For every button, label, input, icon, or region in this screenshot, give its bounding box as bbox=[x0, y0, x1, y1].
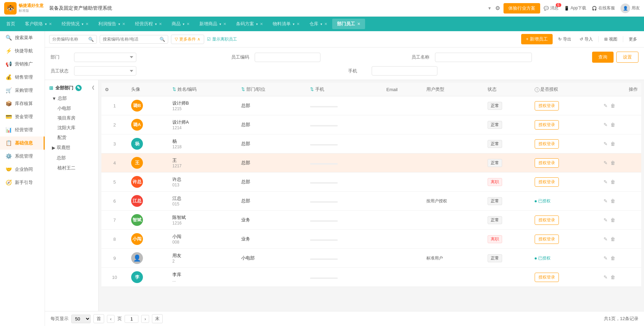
sidebar-item-marketing[interactable]: 📢 营销推广 bbox=[0, 58, 45, 71]
delete-icon[interactable]: 🗑 bbox=[610, 141, 615, 147]
edit-icon[interactable]: ✎ bbox=[604, 236, 608, 242]
edit-icon[interactable]: ✎ bbox=[604, 198, 608, 204]
close-icon[interactable]: ✕ bbox=[260, 22, 263, 26]
show-left-btn[interactable]: ☑ 显示离职员工 bbox=[207, 36, 237, 42]
filter-empcode-input[interactable] bbox=[255, 53, 320, 62]
tab-operation[interactable]: 经营情况▾✕ bbox=[57, 19, 93, 29]
sidebar-item-cooperation[interactable]: 🤝 企业协同 bbox=[0, 163, 45, 176]
tab-bom[interactable]: 物料清单▾✕ bbox=[268, 19, 305, 29]
app-download-btn[interactable]: 📱 App下载 bbox=[564, 5, 586, 11]
delete-icon[interactable]: 🗑 bbox=[610, 122, 615, 127]
tab-customer[interactable]: 客户联络▾✕ bbox=[20, 19, 57, 29]
auth-login-btn[interactable]: 授权登录 bbox=[535, 158, 559, 168]
tab-history[interactable]: 经营历程▾✕ bbox=[130, 19, 167, 29]
dept-item-zhicun[interactable]: 植村王二 bbox=[48, 163, 98, 173]
info-icon[interactable]: i bbox=[535, 87, 539, 92]
delete-icon[interactable]: 🗑 bbox=[610, 217, 615, 223]
dept-edit-icon[interactable]: ✎ bbox=[75, 85, 82, 91]
export-btn[interactable]: ↻ 导出 bbox=[555, 35, 574, 44]
edit-icon[interactable]: ✎ bbox=[604, 179, 608, 185]
tab-new-goods[interactable]: 新增商品▾✕ bbox=[194, 19, 231, 29]
col-phone[interactable]: ⇅ 手机 bbox=[307, 83, 383, 96]
category-search-icon[interactable]: 🔍 bbox=[88, 37, 94, 42]
try-btn[interactable]: 体验行业方案 bbox=[504, 3, 540, 14]
col-settings[interactable]: ⚙ bbox=[101, 83, 128, 96]
edit-icon[interactable]: ✎ bbox=[604, 160, 608, 166]
delete-icon[interactable]: 🗑 bbox=[610, 255, 615, 261]
collapse-tree-icon[interactable]: 《 bbox=[90, 85, 94, 91]
close-icon[interactable]: ✕ bbox=[357, 22, 360, 26]
tab-dept-employee[interactable]: 部门员工✕ bbox=[332, 19, 365, 29]
auth-login-btn[interactable]: 授权登录 bbox=[535, 101, 559, 111]
sidebar-item-quick-nav[interactable]: ⚡ 快捷导航 bbox=[0, 44, 45, 58]
main-search-icon[interactable]: 🔍 bbox=[160, 37, 165, 42]
auth-login-btn[interactable]: 授权登录 bbox=[535, 120, 559, 130]
close-icon[interactable]: ✕ bbox=[122, 22, 125, 26]
user-btn[interactable]: 👤 用友 bbox=[620, 3, 640, 13]
auth-login-btn[interactable]: 授权登录 bbox=[535, 215, 559, 225]
delete-icon[interactable]: 🗑 bbox=[610, 103, 615, 108]
sidebar-item-purchase[interactable]: 🛒 采购管理 bbox=[0, 84, 45, 97]
dept-item-shuanglu[interactable]: ▶ 双鹿想 bbox=[45, 142, 98, 153]
system-dropdown-icon[interactable]: ▼ bbox=[488, 6, 492, 11]
dept-item-xiangmu[interactable]: 项目库房 bbox=[48, 113, 98, 123]
auth-login-btn[interactable]: 授权登录 bbox=[535, 235, 559, 244]
main-search-input[interactable] bbox=[103, 37, 158, 42]
edit-icon[interactable]: ✎ bbox=[604, 274, 608, 280]
category-search-input[interactable] bbox=[52, 37, 87, 42]
filter-dept-select[interactable] bbox=[74, 53, 136, 62]
dept-item-xiaodian[interactable]: 小电部 bbox=[48, 104, 98, 113]
online-service-btn[interactable]: 🎧 在线客服 bbox=[592, 5, 615, 11]
filter-status-select[interactable] bbox=[74, 66, 136, 76]
col-dept[interactable]: ⇅ 部门/职位 bbox=[238, 83, 307, 96]
sidebar-item-operations[interactable]: 📊 经营管理 bbox=[0, 123, 45, 136]
delete-icon[interactable]: 🗑 bbox=[610, 179, 615, 185]
sidebar-item-search[interactable]: 🔍 搜索菜单 bbox=[0, 31, 45, 44]
more-filter-btn[interactable]: ▽ 更多条件 ∧ bbox=[171, 35, 204, 44]
sidebar-item-inventory[interactable]: 📦 库存核算 bbox=[0, 97, 45, 110]
delete-icon[interactable]: 🗑 bbox=[610, 274, 615, 280]
close-icon[interactable]: ✕ bbox=[187, 22, 190, 26]
last-page-btn[interactable]: 末 bbox=[152, 314, 163, 323]
dept-item-zongbu2[interactable]: 总部 bbox=[45, 153, 98, 163]
settings-icon[interactable]: ⚙ bbox=[495, 5, 500, 11]
sidebar-item-sales[interactable]: 💰 销售管理 bbox=[0, 71, 45, 84]
prev-page-btn[interactable]: ‹ bbox=[107, 315, 115, 323]
delete-icon[interactable]: 🗑 bbox=[610, 160, 615, 166]
page-size-select[interactable]: 50 100 bbox=[71, 315, 91, 323]
delete-icon[interactable]: 🗑 bbox=[610, 198, 615, 204]
edit-icon[interactable]: ✎ bbox=[604, 141, 608, 147]
edit-icon[interactable]: ✎ bbox=[604, 217, 608, 223]
close-icon[interactable]: ✕ bbox=[85, 22, 89, 26]
auth-login-btn[interactable]: 授权登录 bbox=[535, 177, 559, 187]
set-btn[interactable]: 设置 bbox=[616, 52, 638, 63]
next-page-btn[interactable]: › bbox=[141, 315, 149, 323]
tab-profit[interactable]: 利润报告▾✕ bbox=[93, 19, 130, 29]
first-page-btn[interactable]: 首 bbox=[93, 314, 104, 323]
sidebar-item-finance[interactable]: 💳 资金管理 bbox=[0, 110, 45, 123]
col-name[interactable]: ⇅ 姓名/编码 bbox=[169, 83, 238, 96]
dept-item-peihuo[interactable]: 配货 bbox=[48, 133, 98, 142]
close-icon[interactable]: ✕ bbox=[49, 22, 52, 26]
add-employee-btn[interactable]: + 新增员工 bbox=[521, 34, 553, 44]
auth-login-btn[interactable]: 授权登录 bbox=[535, 139, 559, 149]
close-icon[interactable]: ✕ bbox=[324, 22, 327, 26]
edit-icon[interactable]: ✎ bbox=[604, 122, 608, 127]
filter-empname-input[interactable] bbox=[435, 53, 532, 62]
view-btn[interactable]: ⊞ 视图 bbox=[601, 35, 620, 44]
dept-item-zongbu-parent[interactable]: ▼ 总部 bbox=[45, 93, 98, 104]
edit-icon[interactable]: ✎ bbox=[604, 255, 608, 261]
message-btn[interactable]: 💬 6 消息 bbox=[544, 5, 559, 11]
close-icon[interactable]: ✕ bbox=[159, 22, 162, 26]
sidebar-item-guide[interactable]: 🧭 新手引导 bbox=[0, 176, 45, 189]
tab-home[interactable]: 首页 bbox=[1, 19, 20, 29]
tab-barcode[interactable]: 条码方案▾✕ bbox=[231, 19, 268, 29]
edit-icon[interactable]: ✎ bbox=[604, 103, 608, 108]
auth-login-btn[interactable]: 授权登录 bbox=[535, 273, 559, 282]
delete-icon[interactable]: 🗑 bbox=[610, 236, 615, 242]
query-btn[interactable]: 查询 bbox=[592, 52, 614, 63]
tab-goods[interactable]: 商品▾✕ bbox=[167, 19, 194, 29]
filter-phone-input[interactable] bbox=[372, 66, 437, 76]
dept-item-shenyang[interactable]: 沈阳大库 bbox=[48, 123, 98, 133]
close-icon[interactable]: ✕ bbox=[223, 22, 226, 26]
